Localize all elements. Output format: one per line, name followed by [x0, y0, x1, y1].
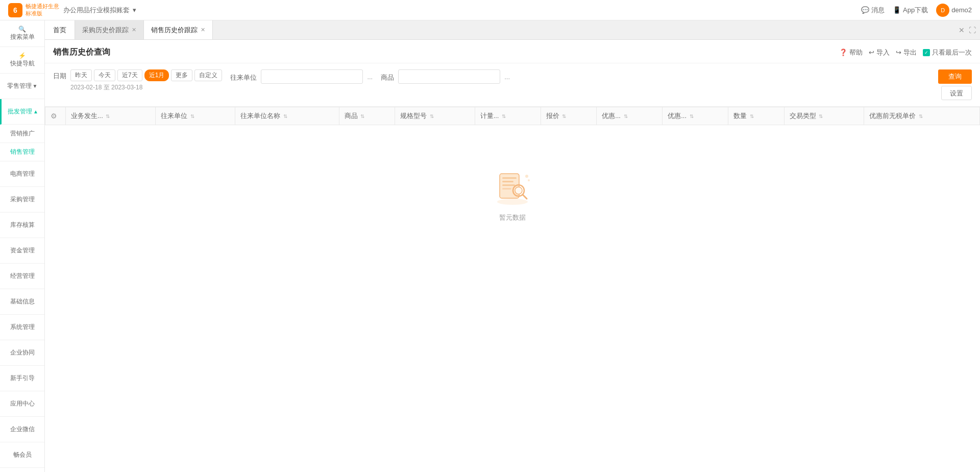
partner-filter-input[interactable] [261, 69, 363, 84]
tab-fullscreen-icon[interactable]: ⛶ [969, 26, 976, 34]
sidebar-item-search-menu[interactable]: 🔍 搜索菜单 [0, 20, 44, 47]
table-th-trade-type[interactable]: 交易类型 ⇅ [784, 107, 864, 125]
only-last-checkbox-group[interactable]: ✓ 只看最后一次 [923, 48, 972, 57]
sidebar-item-finance[interactable]: 资金管理 [0, 238, 44, 264]
sort-icon-spec: ⇅ [430, 113, 434, 119]
table-th-product[interactable]: 商品 ⇅ [339, 107, 395, 125]
sidebar-item-ecommerce[interactable]: 电商管理 [0, 161, 44, 187]
date-filter-group: 日期 昨天 今天 近7天 近1月 更多 自定义 2023-02-18 至 202… [53, 69, 222, 92]
table-th-quote[interactable]: 报价 ⇅ [541, 107, 596, 125]
top-bar: 6 畅捷通好生意 标准版 办公用品行业模拟账套 ▾ 💬 消息 📱 App下载 D… [0, 0, 980, 20]
product-filter-dots[interactable]: ... [504, 73, 510, 81]
svg-rect-5 [502, 188, 511, 190]
tab-home[interactable]: 首页 [45, 20, 75, 39]
sort-icon-trade-type: ⇅ [819, 113, 823, 119]
app-download-btn[interactable]: 📱 App下载 [893, 6, 928, 15]
app-selector[interactable]: 办公用品行业模拟账套 ▾ [63, 6, 136, 15]
table-th-spec[interactable]: 规格型号 ⇅ [395, 107, 475, 125]
page-header: 销售历史价查询 ❓ 帮助 ↩ 导入 ↪ 导出 ✓ [45, 40, 980, 63]
dropdown-icon: ▾ [133, 6, 136, 14]
tab-bar-actions: ✕ ⛶ [959, 26, 980, 34]
tab-sales-history-close[interactable]: ✕ [201, 27, 205, 33]
top-bar-right: 💬 消息 📱 App下载 D demo2 [861, 4, 972, 17]
table-th-unit[interactable]: 计量... ⇅ [475, 107, 541, 125]
date-btn-today[interactable]: 今天 [94, 69, 115, 81]
svg-rect-4 [502, 184, 515, 186]
sort-icon-unit: ⇅ [502, 113, 506, 119]
filter-action-btns: 查询 设置 [938, 69, 972, 100]
date-btn-last7days[interactable]: 近7天 [117, 69, 142, 81]
date-btn-yesterday[interactable]: 昨天 [70, 69, 92, 81]
sidebar-item-retail-mgmt[interactable]: 零售管理 ▼ [0, 74, 44, 99]
sort-icon-price-no-tax: ⇅ [919, 113, 923, 119]
help-btn[interactable]: ❓ 帮助 [839, 48, 863, 57]
sidebar-item-enterprise-coop[interactable]: 企业协同 [0, 340, 44, 366]
table-header-row: ⚙ 业务发生... ⇅ 往来单位 ⇅ 往来单位名称 [45, 107, 980, 125]
partner-filter-dots[interactable]: ... [367, 73, 373, 81]
sidebar-item-operations[interactable]: 经营管理 [0, 264, 44, 289]
export-btn[interactable]: ↪ 导出 [896, 48, 917, 57]
product-filter-label: 商品 [381, 71, 394, 82]
query-button[interactable]: 查询 [938, 69, 972, 84]
gear-icon[interactable]: ⚙ [51, 112, 57, 120]
sidebar-item-beginner[interactable]: 新手引导 [0, 366, 44, 391]
sidebar-item-basic-info[interactable]: 基础信息 [0, 289, 44, 315]
svg-rect-3 [502, 181, 513, 182]
tab-close-all-icon[interactable]: ✕ [959, 26, 965, 34]
date-btn-last1month[interactable]: 近1月 [144, 69, 169, 81]
date-btn-more[interactable]: 更多 [171, 69, 192, 81]
svg-point-7 [515, 187, 522, 194]
tab-purchase-history[interactable]: 采购历史价跟踪 ✕ [75, 20, 144, 39]
sidebar-item-quick-nav[interactable]: ⚡ 快捷导航 [0, 47, 44, 74]
table-th-quantity[interactable]: 数量 ⇅ [728, 107, 784, 125]
sort-icon-biz-date: ⇅ [106, 113, 110, 119]
svg-line-8 [523, 195, 527, 199]
date-btn-custom[interactable]: 自定义 [194, 69, 222, 81]
chevron-down-icon: ▼ [33, 83, 38, 89]
sidebar-item-enterprise-wechat[interactable]: 企业微信 [0, 417, 44, 442]
table-th-partner-code[interactable]: 往来单位 ⇅ [155, 107, 235, 125]
import-icon: ↩ [869, 49, 874, 56]
message-btn[interactable]: 💬 消息 [861, 6, 885, 15]
settings-button[interactable]: 设置 [941, 86, 972, 100]
table-th-discount2[interactable]: 优惠... ⇅ [663, 107, 728, 125]
message-icon: 💬 [861, 6, 869, 14]
sidebar-item-marketing[interactable]: 营销推广 [0, 125, 44, 143]
sidebar-item-inventory[interactable]: 库存核算 [0, 213, 44, 238]
sidebar-item-system-mgmt[interactable]: 系统管理 [0, 315, 44, 340]
svg-point-0 [497, 199, 528, 205]
table-th-price-no-tax[interactable]: 优惠前无税单价 ⇅ [864, 107, 980, 125]
sort-icon-discount2: ⇅ [690, 113, 694, 119]
sidebar-item-app-center[interactable]: 应用中心 [0, 391, 44, 417]
table-th-discount1[interactable]: 优惠... ⇅ [597, 107, 663, 125]
date-range-text: 2023-02-18 至 2023-03-18 [70, 83, 222, 92]
page-title: 销售历史价查询 [53, 47, 110, 58]
sidebar-item-sales-mgmt[interactable]: 销售管理 [0, 143, 44, 161]
import-btn[interactable]: ↩ 导入 [869, 48, 890, 57]
sidebar-item-wholesale-mgmt[interactable]: 批发管理 ▲ [0, 99, 44, 125]
sidebar: 🔍 搜索菜单 ⚡ 快捷导航 零售管理 ▼ 批发管理 ▲ 营销推广 销售管理 电商… [0, 20, 45, 472]
help-icon: ❓ [839, 49, 847, 56]
sidebar-item-members[interactable]: 畅会员 [0, 442, 44, 468]
avatar: D [936, 4, 949, 17]
page-content: 销售历史价查询 ❓ 帮助 ↩ 导入 ↪ 导出 ✓ [45, 40, 980, 472]
main-layout: 🔍 搜索菜单 ⚡ 快捷导航 零售管理 ▼ 批发管理 ▲ 营销推广 销售管理 电商… [0, 20, 980, 472]
only-last-checkbox[interactable]: ✓ [923, 49, 930, 56]
logo-text: 畅捷通好生意 标准版 [26, 3, 59, 16]
sidebar-item-purchase[interactable]: 采购管理 [0, 187, 44, 213]
table-th-biz-date[interactable]: 业务发生... ⇅ [66, 107, 156, 125]
partner-filter-field: 往来单位 ... [230, 69, 373, 84]
user-menu[interactable]: D demo2 [936, 4, 972, 17]
top-bar-left: 6 畅捷通好生意 标准版 办公用品行业模拟账套 ▾ [8, 3, 136, 17]
product-filter-input[interactable] [398, 69, 500, 84]
table-th-partner-name[interactable]: 往来单位名称 ⇅ [235, 107, 339, 125]
logo-area: 6 畅捷通好生意 标准版 [8, 3, 59, 17]
sort-icon-discount1: ⇅ [624, 113, 628, 119]
date-buttons: 昨天 今天 近7天 近1月 更多 自定义 [70, 69, 222, 81]
sort-icon-partner-name: ⇅ [283, 113, 287, 119]
tab-sales-history[interactable]: 销售历史价跟踪 ✕ [144, 20, 213, 39]
sort-icon-product: ⇅ [360, 113, 364, 119]
tab-purchase-history-close[interactable]: ✕ [132, 27, 136, 33]
data-table: ⚙ 业务发生... ⇅ 往来单位 ⇅ 往来单位名称 [45, 107, 980, 125]
date-filter-label: 日期 [53, 69, 66, 81]
